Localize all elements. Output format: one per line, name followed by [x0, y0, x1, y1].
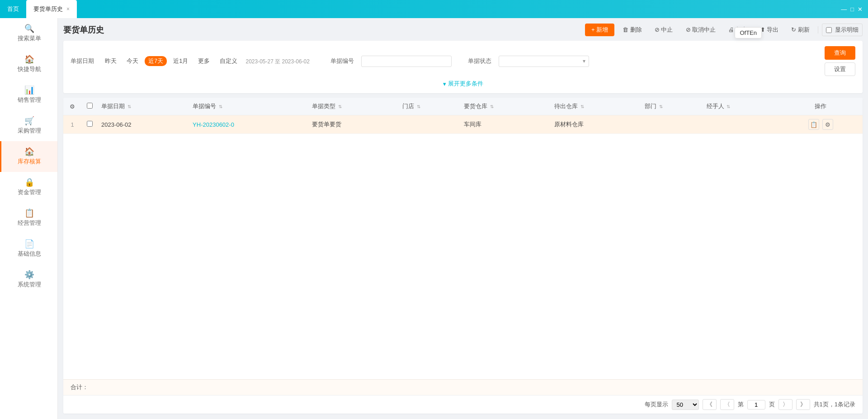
sidebar-item-operations-mgmt[interactable]: 📋 经营管理 — [0, 203, 57, 233]
expand-row: ▾ 展开更多条件 — [71, 80, 855, 88]
date-btn-yesterday[interactable]: 昨天 — [101, 56, 120, 66]
sort-doc-type-icon: ⇅ — [338, 104, 342, 109]
last-page-button[interactable]: 》 — [796, 399, 810, 410]
sidebar-item-search-menu-label: 搜索菜单 — [18, 34, 41, 43]
date-btn-more[interactable]: 更多 — [194, 56, 213, 66]
col-req-warehouse[interactable]: 要货仓库 ⇅ — [460, 98, 551, 115]
query-button[interactable]: 查询 — [825, 46, 855, 60]
col-handler[interactable]: 经手人 ⇅ — [703, 98, 779, 115]
row-checkbox[interactable] — [87, 121, 93, 127]
close-window-icon[interactable]: ✕ — [858, 6, 863, 13]
table-body: 1 2023-06-02 YH-20230602-0 要货单要货 车间库 — [63, 115, 863, 134]
tab-close-icon[interactable]: × — [66, 6, 70, 12]
summary-label: 合计： — [71, 384, 88, 390]
col-settings[interactable]: ⚙ — [63, 98, 81, 115]
filter-settings-button[interactable]: 设置 — [825, 62, 855, 76]
sidebar-item-basic-info[interactable]: 📄 基础信息 — [0, 233, 57, 264]
sidebar-item-purchase-mgmt[interactable]: 🛒 采购管理 — [0, 110, 57, 141]
col-doc-date[interactable]: 单据日期 ⇅ — [98, 98, 189, 115]
page-size-select[interactable]: 50 20 100 200 — [672, 400, 699, 410]
sidebar-item-system-mgmt[interactable]: ⚙️ 系统管理 — [0, 264, 57, 295]
date-btn-custom[interactable]: 自定义 — [216, 56, 241, 66]
expand-label: 展开更多条件 — [448, 80, 483, 88]
tab-home-label: 首页 — [7, 5, 19, 13]
minimize-icon[interactable]: — — [841, 6, 847, 13]
row-checkbox-cell — [81, 115, 98, 134]
table-footer-summary: 合计： — [63, 379, 863, 395]
sidebar-item-search-menu[interactable]: 🔍 搜索菜单 — [0, 18, 57, 49]
date-btn-last1month[interactable]: 近1月 — [170, 56, 192, 66]
table-scroll[interactable]: ⚙ 单据日期 ⇅ 单据编号 ⇅ 单据类型 ⇅ — [63, 98, 863, 379]
sort-pending-warehouse-icon: ⇅ — [580, 104, 584, 109]
display-detail-checkbox[interactable] — [826, 27, 832, 33]
row-req-warehouse: 车间库 — [460, 115, 551, 134]
col-checkbox — [81, 98, 98, 115]
data-table: ⚙ 单据日期 ⇅ 单据编号 ⇅ 单据类型 ⇅ — [63, 98, 863, 134]
tab-home[interactable]: 首页 — [0, 0, 26, 18]
col-department[interactable]: 部门 ⇅ — [641, 98, 703, 115]
next-page-button[interactable]: 〉 — [778, 399, 793, 410]
operations-mgmt-icon: 📋 — [24, 209, 34, 217]
content-area: 要货单历史 + 新增 🗑 删除 ⊘ 中止 ⊘ 取消中止 🖨 打印 ⬆ 导出 ↻ … — [58, 18, 868, 419]
row-actions: 📋 ⚙ — [779, 115, 863, 134]
expand-button[interactable]: ▾ 展开更多条件 — [443, 80, 483, 88]
doc-no-link[interactable]: YH-20230602-0 — [193, 121, 234, 128]
page-number-input[interactable] — [747, 400, 765, 409]
total-info: 共1页，1条记录 — [814, 400, 855, 409]
sidebar-item-basic-info-label: 基础信息 — [18, 250, 41, 258]
expand-icon: ▾ — [443, 81, 446, 87]
top-bar: 首页 要货单历史 × — □ ✕ — [0, 0, 868, 18]
row-department — [641, 115, 703, 134]
sort-department-icon: ⇅ — [659, 104, 663, 109]
sidebar-item-quick-nav[interactable]: 🏠 快捷导航 — [0, 49, 57, 80]
table-card: ⚙ 单据日期 ⇅ 单据编号 ⇅ 单据类型 ⇅ — [63, 98, 863, 414]
row-num: 1 — [63, 115, 81, 134]
sort-handler-icon: ⇅ — [726, 104, 730, 109]
prev-page-button[interactable]: 〈 — [720, 399, 734, 410]
date-btn-last7days[interactable]: 近7天 — [145, 56, 167, 66]
sidebar-item-system-mgmt-label: 系统管理 — [18, 281, 41, 289]
row-handler — [703, 115, 779, 134]
finance-mgmt-icon: 🔒 — [24, 178, 34, 186]
col-action: 操作 — [779, 98, 863, 115]
main-layout: 🔍 搜索菜单 🏠 快捷导航 📊 销售管理 🛒 采购管理 🏠 库存核算 🔒 资金管… — [0, 18, 868, 419]
col-store[interactable]: 门店 ⇅ — [399, 98, 460, 115]
refresh-button[interactable]: ↻ 刷新 — [787, 24, 814, 36]
new-button[interactable]: + 新增 — [585, 24, 614, 36]
sort-doc-date-icon: ⇅ — [127, 104, 131, 109]
first-page-button[interactable]: 《 — [703, 399, 717, 410]
col-pending-warehouse[interactable]: 待出仓库 ⇅ — [551, 98, 641, 115]
doc-no-input[interactable] — [361, 56, 452, 67]
maximize-icon[interactable]: □ — [850, 6, 854, 13]
toolbar-divider — [818, 26, 818, 33]
status-select[interactable] — [499, 56, 589, 67]
sidebar-item-finance-mgmt[interactable]: 🔒 资金管理 — [0, 172, 57, 203]
inventory-icon: 🏠 — [24, 148, 34, 156]
delete-button[interactable]: 🗑 删除 — [618, 24, 646, 36]
quick-nav-icon: 🏠 — [24, 55, 34, 63]
stop-button[interactable]: ⊘ 中止 — [650, 24, 678, 36]
row-edit-icon[interactable]: ⚙ — [822, 119, 833, 130]
select-all-checkbox[interactable] — [87, 103, 93, 109]
display-detail-button[interactable]: 显示明细 — [822, 24, 863, 36]
col-doc-no[interactable]: 单据编号 ⇅ — [189, 98, 308, 115]
page-label: 页 — [769, 400, 775, 409]
pagination-bar: 每页显示 50 20 100 200 《 〈 第 页 〉 》 共1页，1条记录 — [63, 395, 863, 414]
tab-purchase-history[interactable]: 要货单历史 × — [26, 0, 77, 18]
display-detail-label: 显示明细 — [835, 26, 859, 34]
sort-doc-no-icon: ⇅ — [219, 104, 222, 109]
sidebar-item-sales-mgmt-label: 销售管理 — [18, 96, 41, 104]
often-badge: OfTEn — [735, 27, 762, 38]
sidebar-item-sales-mgmt[interactable]: 📊 销售管理 — [0, 80, 57, 110]
row-doc-date: 2023-06-02 — [98, 115, 189, 134]
purchase-mgmt-icon: 🛒 — [24, 117, 34, 125]
sidebar-item-inventory[interactable]: 🏠 库存核算 — [0, 141, 57, 172]
date-btn-today[interactable]: 今天 — [123, 56, 142, 66]
row-view-icon[interactable]: 📋 — [808, 119, 819, 130]
sort-store-icon: ⇅ — [417, 104, 420, 109]
sidebar-item-quick-nav-label: 快捷导航 — [18, 65, 41, 73]
col-doc-type[interactable]: 单据类型 ⇅ — [308, 98, 399, 115]
search-menu-icon: 🔍 — [24, 24, 34, 33]
cancel-stop-button[interactable]: ⊘ 取消中止 — [681, 24, 721, 36]
table-row: 1 2023-06-02 YH-20230602-0 要货单要货 车间库 — [63, 115, 863, 134]
